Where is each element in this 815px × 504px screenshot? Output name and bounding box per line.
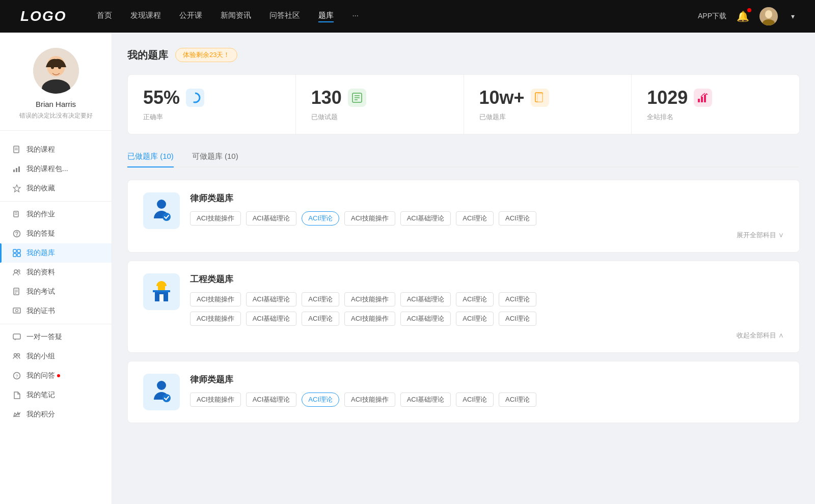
sidebar-item-one-to-one[interactable]: 一对一答疑: [0, 327, 112, 347]
nav-open-course[interactable]: 公开课: [179, 11, 202, 22]
sidebar-item-my-questions[interactable]: 我的答疑: [0, 224, 112, 243]
tag-lawyer-1-3[interactable]: ACI技能操作: [344, 211, 395, 226]
header-right: APP下载 🔔 ▾: [698, 7, 795, 25]
svg-point-19: [16, 235, 17, 236]
svg-point-24: [14, 270, 17, 273]
svg-rect-47: [537, 94, 542, 102]
svg-text:?: ?: [16, 374, 18, 379]
tag-eng-r1-3[interactable]: ACI技能操作: [344, 292, 395, 306]
tag-eng-r1-0[interactable]: ACI技能操作: [190, 292, 241, 306]
svg-rect-54: [159, 294, 164, 301]
tag-lawyer-2-2[interactable]: ACI理论: [302, 393, 339, 407]
tag-eng-r1-4[interactable]: ACI基础理论: [400, 292, 451, 306]
user-avatar[interactable]: [759, 7, 778, 25]
sidebar-item-my-answers[interactable]: ? 我的问答: [0, 366, 112, 385]
qbank-header-engineer-1: 工程类题库 ACI技能操作 ACI基础理论 ACI理论 ACI技能操作 ACI基…: [143, 273, 784, 340]
nav-qa[interactable]: 问答社区: [269, 11, 300, 22]
tag-lawyer-2-6[interactable]: ACI理论: [499, 393, 536, 407]
sidebar-item-my-profile[interactable]: 我的资料: [0, 263, 112, 282]
svg-rect-48: [698, 99, 700, 102]
chat-icon: [12, 332, 21, 342]
sidebar-item-my-exam[interactable]: 我的考试: [0, 282, 112, 301]
stat-rank-top: 1029: [647, 87, 784, 108]
qbank-header-lawyer-2: 律师类题库 ACI技能操作 ACI基础理论 ACI理论 ACI技能操作 ACI基…: [143, 374, 784, 410]
tag-eng-r2-3[interactable]: ACI技能操作: [344, 312, 395, 326]
main-content: 我的题库 体验剩余23天！ 55% 正确率 13: [112, 33, 815, 504]
sidebar-item-my-favorites[interactable]: 我的收藏: [0, 179, 112, 198]
tab-available-banks[interactable]: 可做题库 (10): [192, 147, 238, 166]
bell-icon: 🔔: [737, 11, 749, 22]
tag-eng-r2-5[interactable]: ACI理论: [456, 312, 494, 326]
tag-lawyer-2-0[interactable]: ACI技能操作: [190, 393, 241, 407]
tag-eng-r2-6[interactable]: ACI理论: [499, 312, 536, 326]
crown-icon: [12, 410, 21, 419]
sidebar-item-my-qbank[interactable]: 我的题库: [0, 243, 112, 263]
tag-eng-r1-6[interactable]: ACI理论: [499, 292, 536, 306]
profile-name: Brian Harris: [10, 100, 101, 108]
tag-lawyer-2-5[interactable]: ACI理论: [456, 393, 494, 407]
svg-point-1: [765, 10, 772, 18]
qbank-card-lawyer-2: 律师类题库 ACI技能操作 ACI基础理论 ACI理论 ACI技能操作 ACI基…: [127, 361, 800, 423]
bar-chart-icon: [12, 164, 21, 174]
tag-lawyer-1-5[interactable]: ACI理论: [456, 211, 494, 226]
page-layout: Brian Harris 错误的决定比没有决定要好 我的课程 我的课程包...: [0, 33, 815, 504]
sidebar: Brian Harris 错误的决定比没有决定要好 我的课程 我的课程包...: [0, 33, 112, 504]
user-menu-chevron[interactable]: ▾: [791, 12, 795, 20]
sidebar-item-my-homework[interactable]: 我的作业: [0, 205, 112, 224]
svg-point-6: [51, 66, 54, 69]
svg-rect-22: [13, 254, 16, 257]
edit-icon: [12, 210, 21, 219]
collapse-link-engineer-1[interactable]: 收起全部科目 ∧: [190, 331, 784, 340]
tag-eng-r1-5[interactable]: ACI理论: [456, 292, 494, 306]
svg-point-53: [162, 213, 171, 221]
tag-eng-r2-4[interactable]: ACI基础理论: [400, 312, 451, 326]
grid-icon: [12, 248, 21, 258]
tab-done-banks[interactable]: 已做题库 (10): [127, 147, 174, 166]
notification-bell[interactable]: 🔔: [737, 10, 749, 22]
sidebar-item-my-group[interactable]: 我的小组: [0, 347, 112, 366]
help-circle-icon: [12, 229, 21, 238]
note-icon: [12, 390, 21, 400]
sidebar-item-my-points[interactable]: 我的积分: [0, 405, 112, 424]
logo[interactable]: LOGO: [20, 8, 66, 24]
svg-point-31: [16, 310, 18, 312]
tag-lawyer-1-1[interactable]: ACI基础理论: [246, 211, 297, 226]
stat-done-banks-top: 10w+: [479, 87, 616, 108]
sidebar-item-my-cert[interactable]: 我的证书: [0, 301, 112, 321]
tag-lawyer-2-3[interactable]: ACI技能操作: [344, 393, 395, 407]
svg-marker-14: [13, 185, 20, 192]
tag-eng-r1-2[interactable]: ACI理论: [302, 292, 339, 306]
sidebar-item-my-course[interactable]: 我的课程: [0, 140, 112, 159]
tag-lawyer-1-6[interactable]: ACI理论: [499, 211, 536, 226]
list-icon: [348, 89, 366, 107]
nav-more[interactable]: ···: [352, 11, 359, 22]
nav-qbank[interactable]: 题库: [318, 11, 334, 22]
nav-news[interactable]: 新闻资讯: [221, 11, 251, 22]
tag-eng-r1-1[interactable]: ACI基础理论: [246, 292, 297, 306]
sidebar-item-my-notes[interactable]: 我的笔记: [0, 385, 112, 405]
app-download-button[interactable]: APP下载: [698, 12, 726, 21]
tag-lawyer-1-2[interactable]: ACI理论: [302, 211, 339, 226]
svg-point-7: [58, 66, 61, 69]
qbank-tabs: 已做题库 (10) 可做题库 (10): [127, 147, 800, 167]
stat-accuracy: 55% 正确率: [128, 75, 296, 134]
tag-lawyer-1-0[interactable]: ACI技能操作: [190, 211, 241, 226]
stat-done-questions-top: 130: [311, 87, 448, 108]
nav-discover[interactable]: 发现课程: [130, 11, 161, 22]
question-icon: ?: [12, 371, 21, 380]
main-header: LOGO 首页 发现课程 公开课 新闻资讯 问答社区 题库 ··· APP下载 …: [0, 0, 815, 33]
svg-rect-12: [16, 168, 17, 172]
sidebar-item-my-package[interactable]: 我的课程包...: [0, 159, 112, 179]
nav-home[interactable]: 首页: [97, 11, 112, 22]
tag-eng-r2-2[interactable]: ACI理论: [302, 312, 339, 326]
expand-link-lawyer-1[interactable]: 展开全部科目 ∨: [190, 231, 784, 240]
tag-eng-r2-1[interactable]: ACI基础理论: [246, 312, 297, 326]
tag-eng-r2-0[interactable]: ACI技能操作: [190, 312, 241, 326]
tag-lawyer-2-1[interactable]: ACI基础理论: [246, 393, 297, 407]
svg-rect-50: [704, 95, 706, 102]
svg-point-55: [157, 381, 166, 390]
stat-done-banks-number: 10w+: [479, 87, 525, 108]
tag-lawyer-1-4[interactable]: ACI基础理论: [400, 211, 451, 226]
stat-done-questions: 130 已做试题: [296, 75, 464, 134]
tag-lawyer-2-4[interactable]: ACI基础理论: [400, 393, 451, 407]
